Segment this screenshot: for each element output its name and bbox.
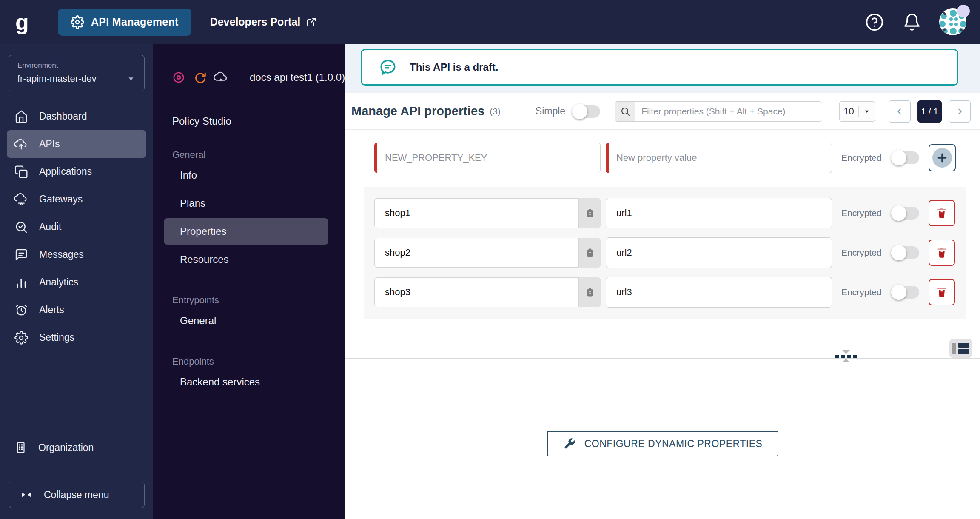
new-property-encrypted-toggle[interactable]: [892, 151, 919, 164]
new-property-key-input[interactable]: [374, 143, 601, 173]
property-key-input[interactable]: [374, 277, 601, 307]
property-value-input[interactable]: [606, 237, 832, 268]
bar-chart-icon: [14, 276, 28, 289]
layout-toggle-button[interactable]: [949, 339, 972, 358]
property-encrypted-toggle[interactable]: [892, 246, 919, 259]
collapse-label: Collapse menu: [44, 489, 109, 501]
sidebar-item-applications[interactable]: Applications: [7, 158, 146, 185]
simple-toggle[interactable]: [573, 105, 600, 118]
user-avatar[interactable]: [939, 8, 967, 36]
sidebar-item-gateways[interactable]: Gateways: [7, 185, 146, 213]
sidebar-item-label: Alerts: [39, 304, 64, 316]
speech-bubble-icon: [379, 58, 397, 76]
organization-label: Organization: [38, 442, 94, 453]
property-value-field: [606, 237, 832, 268]
delete-property-button[interactable]: [929, 240, 955, 266]
main-nav: Dashboard APIs Applications Gateways Aud…: [0, 103, 153, 351]
sidebar-item-organization[interactable]: Organization: [0, 424, 153, 471]
sidebar-item-apis[interactable]: APIs: [7, 130, 146, 158]
collapse-menu-button[interactable]: Collapse menu: [9, 482, 145, 508]
api-management-label: API Management: [91, 16, 179, 28]
sidebar-item-audit[interactable]: Audit: [7, 213, 146, 241]
menu-item-label: Backend services: [180, 376, 260, 388]
menu-item-policy-studio[interactable]: Policy Studio: [153, 115, 345, 127]
cloud-upload-icon: [14, 137, 28, 151]
search-check-icon: [14, 220, 28, 234]
sidebar-item-messages[interactable]: Messages: [7, 241, 146, 268]
section-label-entrypoints: Entrypoints: [172, 295, 345, 306]
sidebar-item-alerts[interactable]: Alerts: [7, 296, 146, 324]
help-icon[interactable]: [865, 13, 884, 31]
sidebar-item-label: Messages: [39, 249, 84, 260]
caret-down-icon: [863, 108, 871, 115]
delete-property-button[interactable]: [929, 200, 955, 226]
notifications-bell-icon[interactable]: [903, 13, 921, 31]
filter-properties-input[interactable]: [635, 106, 822, 117]
menu-item-properties[interactable]: Properties: [164, 218, 328, 245]
property-key-field: [374, 277, 601, 307]
sidebar-item-label: Dashboard: [39, 111, 87, 122]
sync-icon: [193, 71, 206, 84]
simple-toggle-label: Simple: [536, 106, 565, 117]
stop-circle-icon: [172, 71, 185, 84]
menu-item-entrypoints-general[interactable]: General: [164, 308, 328, 334]
external-link-icon: [306, 17, 316, 27]
sidebar-item-settings[interactable]: Settings: [7, 324, 146, 351]
encrypted-label: Encrypted: [841, 248, 882, 258]
sidebar-item-dashboard[interactable]: Dashboard: [7, 103, 146, 130]
home-icon: [14, 110, 28, 123]
chevron-down-icon: [126, 74, 136, 83]
page-size-value: 10: [843, 106, 854, 117]
new-property-row: Encrypted: [374, 143, 980, 173]
new-property-value-input[interactable]: [606, 143, 832, 173]
property-key-input[interactable]: [374, 238, 601, 268]
api-title: docs api test1 (1.0.0): [250, 71, 345, 83]
main-content: This API is a draft. Manage API properti…: [345, 44, 980, 519]
copy-icon: [14, 165, 28, 179]
prev-page-button[interactable]: [889, 100, 911, 123]
property-encrypted-toggle[interactable]: [892, 286, 919, 299]
trash-icon: [935, 207, 948, 220]
api-management-button[interactable]: API Management: [58, 9, 191, 36]
plus-icon: [932, 148, 952, 168]
search-icon: [615, 102, 635, 121]
menu-item-info[interactable]: Info: [164, 162, 328, 188]
next-page-button[interactable]: [949, 100, 971, 123]
developers-portal-link[interactable]: Developers Portal: [210, 16, 317, 28]
page-size-select[interactable]: 10: [839, 101, 875, 122]
configure-button-label: CONFIGURE DYNAMIC PROPERTIES: [584, 438, 763, 450]
property-value-input[interactable]: [606, 198, 832, 228]
resize-drag-handle[interactable]: [835, 350, 857, 362]
divider: [239, 69, 239, 86]
property-encrypted-toggle[interactable]: [892, 207, 919, 220]
copy-to-clipboard-button[interactable]: [578, 198, 601, 228]
menu-item-label: Resources: [180, 254, 229, 265]
cloud-x-icon: [214, 70, 228, 85]
configure-dynamic-properties-button[interactable]: CONFIGURE DYNAMIC PROPERTIES: [547, 431, 779, 456]
avatar-status-badge: [957, 5, 970, 17]
sidebar-item-label: APIs: [39, 138, 60, 150]
new-property-value-field: [606, 143, 832, 173]
menu-item-plans[interactable]: Plans: [164, 190, 328, 217]
sidebar-item-label: Gateways: [39, 194, 83, 205]
menu-item-resources[interactable]: Resources: [164, 246, 328, 273]
sidebar-item-label: Analytics: [39, 277, 78, 288]
add-property-button[interactable]: [929, 144, 956, 171]
sidebar-item-analytics[interactable]: Analytics: [7, 268, 146, 296]
gravitee-logo: g: [15, 11, 40, 33]
delete-property-button[interactable]: [929, 279, 955, 305]
copy-to-clipboard-button[interactable]: [578, 238, 601, 268]
encrypted-label: Encrypted: [841, 153, 882, 163]
clipboard-icon: [585, 248, 595, 258]
property-key-input[interactable]: [374, 198, 601, 228]
sidebar-item-label: Settings: [39, 332, 74, 343]
page-indicator: 1 / 1: [917, 100, 942, 123]
environment-selector[interactable]: Environment fr-apim-master-dev: [9, 55, 145, 91]
top-bar: g API Management Developers Portal: [0, 0, 980, 44]
menu-item-backend-services[interactable]: Backend services: [164, 369, 328, 395]
sidebar-item-label: Audit: [39, 221, 61, 233]
copy-to-clipboard-button[interactable]: [578, 277, 601, 307]
property-value-field: [606, 198, 832, 228]
trash-icon: [935, 286, 948, 299]
property-value-input[interactable]: [606, 277, 832, 308]
